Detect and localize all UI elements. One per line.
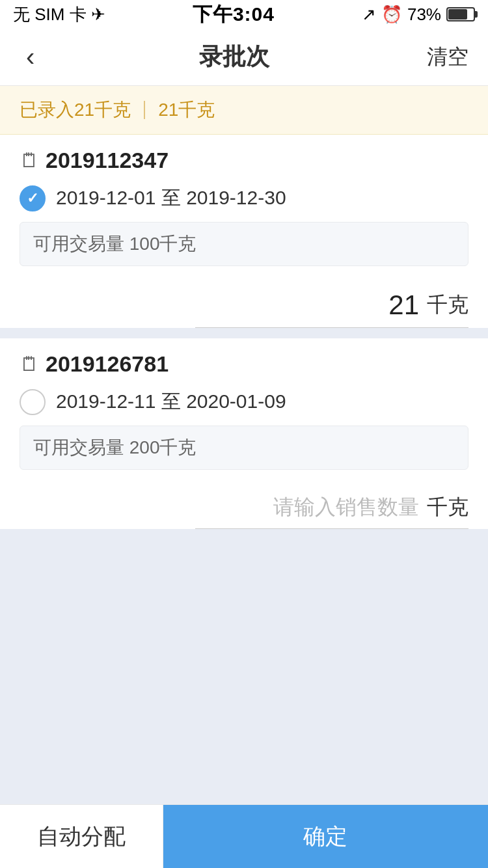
quantity-row-1: 千克 bbox=[0, 277, 488, 327]
alarm-icon: ⏰ bbox=[381, 5, 402, 25]
status-left: 无 SIM 卡 ✈ bbox=[13, 3, 105, 26]
batch-available-1: 可用交易量 100千克 bbox=[20, 222, 468, 266]
confirm-button[interactable]: 确定 bbox=[163, 805, 488, 868]
location-icon: ↗ bbox=[362, 5, 376, 25]
status-bar: 无 SIM 卡 ✈ 下午3:04 ↗ ⏰ 73% bbox=[0, 0, 488, 29]
status-right: ↗ ⏰ 73% bbox=[362, 5, 475, 25]
radio-checked-1[interactable] bbox=[20, 185, 46, 211]
recorded-amount: 已录入21千克 bbox=[20, 98, 131, 122]
nav-bar: ‹ 录批次 清空 bbox=[0, 29, 488, 86]
batch-date-2: 2019-12-11 至 2020-01-09 bbox=[56, 388, 286, 415]
batch-card-1: 🗒 2019112347 2019-12-01 至 2019-12-30 可用交… bbox=[0, 135, 488, 328]
batch-available-2: 可用交易量 200千克 bbox=[20, 426, 468, 470]
batch-icon-2: 🗒 bbox=[20, 353, 39, 375]
battery-icon bbox=[446, 7, 475, 21]
bottom-bar: 自动分配 确定 bbox=[0, 804, 488, 868]
quantity-row-2: 请输入销售数量 千克 bbox=[0, 480, 488, 528]
radio-unchecked-2[interactable] bbox=[20, 389, 46, 415]
clear-button[interactable]: 清空 bbox=[427, 43, 468, 72]
back-button[interactable]: ‹ bbox=[20, 36, 41, 78]
quantity-unit-1: 千克 bbox=[427, 291, 468, 319]
auto-assign-button[interactable]: 自动分配 bbox=[0, 805, 163, 868]
batch-id-2: 2019126781 bbox=[46, 351, 169, 377]
batch-date-1: 2019-12-01 至 2019-12-30 bbox=[56, 185, 286, 211]
total-amount: 21千克 bbox=[158, 98, 215, 122]
no-sim-label: 无 SIM 卡 ✈ bbox=[13, 3, 105, 26]
empty-area bbox=[0, 529, 488, 841]
batch-date-row-2[interactable]: 2019-12-11 至 2020-01-09 bbox=[0, 383, 488, 420]
batch-date-row-1[interactable]: 2019-12-01 至 2019-12-30 bbox=[0, 180, 488, 217]
quantity-unit-2: 千克 bbox=[427, 493, 468, 522]
batch-card-2: 🗒 2019126781 2019-12-11 至 2020-01-09 可用交… bbox=[0, 338, 488, 529]
batch-header-1: 🗒 2019112347 bbox=[0, 135, 488, 180]
batch-id-1: 2019112347 bbox=[46, 148, 169, 173]
battery-label: 73% bbox=[407, 5, 441, 25]
page-title: 录批次 bbox=[199, 41, 269, 73]
quantity-placeholder-2: 请输入销售数量 bbox=[20, 493, 419, 522]
banner-divider bbox=[144, 101, 145, 119]
quantity-input-1[interactable] bbox=[341, 290, 419, 321]
batch-icon-1: 🗒 bbox=[20, 150, 39, 172]
status-time: 下午3:04 bbox=[193, 1, 275, 28]
section-separator bbox=[0, 328, 488, 338]
info-banner: 已录入21千克 21千克 bbox=[0, 86, 488, 135]
batch-header-2: 🗒 2019126781 bbox=[0, 338, 488, 383]
